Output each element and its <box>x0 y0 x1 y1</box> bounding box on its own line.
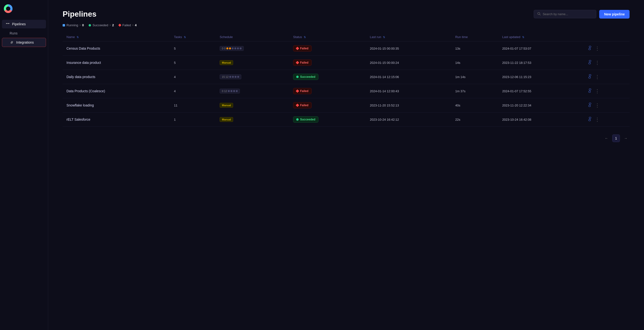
page-1-button[interactable]: 1 <box>612 134 620 142</box>
cell-status: Failed <box>289 56 366 70</box>
pipeline-table: Name ⇅ Tasks ⇅ Schedule Status ⇅ Last ru… <box>62 33 630 127</box>
cell-last-run: 2023-11-20 15:52:13 <box>366 98 451 112</box>
more-options-icon[interactable]: ⋮ <box>595 60 600 66</box>
pipeline-name-label: Snowflake loading <box>66 103 94 107</box>
cell-name: Daily data products <box>62 70 170 84</box>
filter-running-count: 0 <box>82 23 84 27</box>
prev-page-button[interactable]: ← <box>602 134 610 142</box>
pipeline-name-label: Census Data Products <box>66 46 100 50</box>
failed-status-icon <box>296 47 299 50</box>
table-header-row: Name ⇅ Tasks ⇅ Schedule Status ⇅ Last ru… <box>62 33 630 42</box>
cell-status: Succeeded <box>289 70 366 84</box>
more-options-icon[interactable]: ⋮ <box>595 88 600 94</box>
cell-last-run: 2024-01-14 12:15:06 <box>366 70 451 84</box>
col-last-updated[interactable]: Last updated ⇅ <box>498 33 584 42</box>
pagination: ← 1 → <box>62 134 630 142</box>
link-copy-icon[interactable] <box>588 88 592 94</box>
sidebar-item-integrations-label: Integrations <box>16 40 34 44</box>
next-page-button[interactable]: → <box>622 134 630 142</box>
failed-icon <box>118 24 122 27</box>
cell-last-updated: 2024-01-07 17:53:07 <box>498 42 584 56</box>
row-actions: ⋮ <box>588 60 626 66</box>
link-copy-icon[interactable] <box>588 46 592 51</box>
cell-last-updated: 2023-10-24 16:42:08 <box>498 112 584 127</box>
new-pipeline-button[interactable]: New pipeline <box>599 10 630 18</box>
col-actions <box>584 33 630 42</box>
search-icon <box>537 12 541 16</box>
cell-last-updated: 2023-11-22 18:17:53 <box>498 56 584 70</box>
failed-status-icon <box>296 104 299 107</box>
col-name[interactable]: Name ⇅ <box>62 33 170 42</box>
sidebar-item-runs[interactable]: Runs <box>2 29 46 38</box>
svg-rect-2 <box>8 23 8 24</box>
cell-name: Data Products (Coalesce) <box>62 84 170 98</box>
cell-status: Failed <box>289 98 366 112</box>
search-input[interactable] <box>542 12 593 16</box>
cell-actions: ⋮ <box>584 84 630 98</box>
page-title: Pipelines <box>62 10 96 18</box>
pipeline-name-label: Data Products (Coalesce) <box>66 89 105 93</box>
header-actions: New pipeline <box>534 10 630 18</box>
link-copy-icon[interactable] <box>588 74 592 80</box>
link-copy-icon[interactable] <box>588 117 592 122</box>
cell-actions: ⋮ <box>584 112 630 127</box>
table-row: Census Data Products 5 00 Failed 2024-01… <box>62 42 630 56</box>
more-options-icon[interactable]: ⋮ <box>595 46 600 51</box>
more-options-icon[interactable]: ⋮ <box>595 102 600 108</box>
page-header: Pipelines New pipeline <box>62 10 630 18</box>
app-logo <box>0 0 48 17</box>
cell-tasks: 1 <box>170 112 216 127</box>
cell-run-time: 22s <box>451 112 498 127</box>
cell-run-time: 40s <box>451 98 498 112</box>
col-run-time: Run time <box>451 33 498 42</box>
link-copy-icon[interactable] <box>588 60 592 65</box>
cell-last-updated: 2023-11-20 12:22:34 <box>498 98 584 112</box>
filter-running-label: Running <box>66 23 78 27</box>
col-tasks[interactable]: Tasks ⇅ <box>170 33 216 42</box>
schedule-badge-manual: Manual <box>220 103 233 108</box>
cell-schedule: 00 <box>216 42 289 56</box>
failed-status-icon <box>296 89 299 93</box>
cell-status: Succeeded <box>289 112 366 127</box>
filter-failed[interactable]: Failed • 4 <box>119 23 136 27</box>
status-badge-succeeded: Succeeded <box>293 116 318 122</box>
cell-actions: ⋮ <box>584 70 630 84</box>
logo-icon <box>4 4 12 13</box>
cell-run-time: 13s <box>451 42 498 56</box>
cell-schedule: Manual <box>216 56 289 70</box>
link-icon <box>10 40 14 44</box>
table-row: Daily data products 4 1512 Succeeded 202… <box>62 70 630 84</box>
row-actions: ⋮ <box>588 102 626 108</box>
sidebar-item-pipelines[interactable]: Pipelines <box>2 20 46 28</box>
sidebar-navigation: Pipelines Runs Integrations <box>0 17 48 330</box>
failed-status-icon <box>296 61 299 64</box>
more-options-icon[interactable]: ⋮ <box>595 74 600 80</box>
cell-name: rELT Salesforce <box>62 112 170 127</box>
succeeded-icon <box>89 24 91 26</box>
sidebar-item-integrations[interactable]: Integrations <box>2 38 46 47</box>
svg-rect-0 <box>6 23 8 24</box>
cell-run-time: 1m 14s <box>451 70 498 84</box>
filter-running[interactable]: Running • 0 <box>62 23 84 27</box>
cell-last-updated: 2023-12-06 11:15:23 <box>498 70 584 84</box>
cell-status: Failed <box>289 42 366 56</box>
filter-succeeded-count: 2 <box>112 23 114 27</box>
col-status[interactable]: Status ⇅ <box>289 33 366 42</box>
filter-failed-count: 4 <box>135 23 136 27</box>
cell-name: Census Data Products <box>62 42 170 56</box>
filter-failed-label: Failed <box>122 23 131 27</box>
table-row: rELT Salesforce 1 Manual Succeeded 2023-… <box>62 112 630 127</box>
running-icon <box>62 24 65 26</box>
filter-succeeded[interactable]: Succeeded • 2 <box>89 23 114 27</box>
more-options-icon[interactable]: ⋮ <box>595 116 600 122</box>
cell-tasks: 5 <box>170 42 216 56</box>
pipeline-table-container: Name ⇅ Tasks ⇅ Schedule Status ⇅ Last ru… <box>62 33 630 127</box>
cell-last-run: 2024-01-15 00:00:24 <box>366 56 451 70</box>
status-badge-failed: Failed <box>293 102 312 108</box>
link-copy-icon[interactable] <box>588 102 592 108</box>
svg-line-5 <box>540 14 541 16</box>
cell-run-time: 1m 37s <box>451 84 498 98</box>
col-last-run[interactable]: Last run ⇅ <box>366 33 451 42</box>
cell-actions: ⋮ <box>584 56 630 70</box>
cell-status: Failed <box>289 84 366 98</box>
